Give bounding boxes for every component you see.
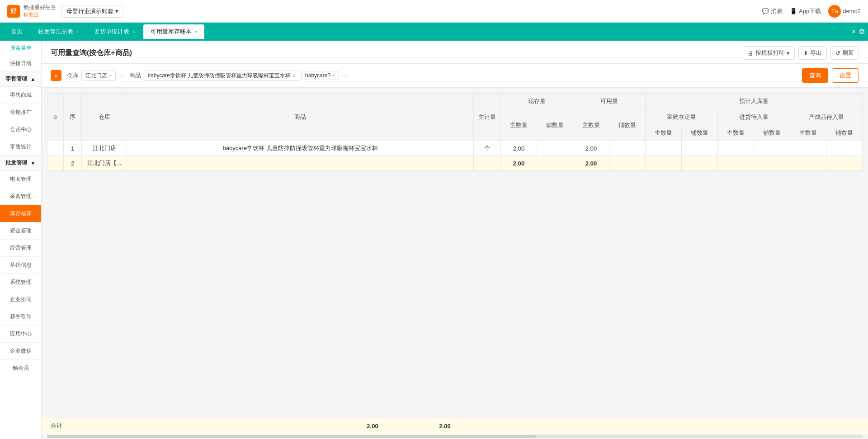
quick-nav-label: 快捷导航 bbox=[10, 60, 32, 66]
nav-tabs: 首页 收发存汇总表 × 要货单统计表 × 可用量库存账本 × × ⧉ bbox=[0, 23, 868, 41]
tab-receive-summary[interactable]: 收发存汇总表 × bbox=[31, 24, 86, 39]
setting-btn[interactable]: 设置 bbox=[832, 68, 859, 83]
td-import-aux bbox=[754, 141, 790, 156]
td-avail-aux bbox=[609, 156, 646, 171]
product-tag2-close-icon[interactable]: × bbox=[332, 73, 335, 78]
warehouse-tag-text: 江北门店 bbox=[85, 72, 107, 80]
main-layout: 搜索菜单 快捷导航 零售管理 ▲ 零售商城 营销推广 会员中心 零售统计 批发管… bbox=[0, 41, 868, 439]
sidebar-item-label: 营销推广 bbox=[10, 109, 32, 116]
sidebar-item-wholesale[interactable]: 批发管理 ▼ bbox=[0, 156, 41, 171]
filter-expand-btn[interactable]: » bbox=[51, 70, 61, 81]
sidebar-item-enterprise[interactable]: 企业协同 bbox=[0, 291, 41, 308]
sidebar-quick-nav[interactable]: 快捷导航 bbox=[0, 56, 41, 71]
tab-home[interactable]: 首页 bbox=[4, 24, 30, 39]
sidebar-item-inventory[interactable]: 库存核算 bbox=[0, 205, 41, 222]
sidebar-item-ecommerce[interactable]: 电商管理 bbox=[0, 171, 41, 188]
sidebar-item-finance[interactable]: 资金管理 bbox=[0, 222, 41, 240]
warehouse-more-icon[interactable]: ··· bbox=[118, 72, 124, 79]
sidebar-item-label: 畅会员 bbox=[13, 364, 29, 372]
th-warehouse: 仓库 bbox=[82, 94, 127, 141]
tab-available-close-icon[interactable]: × bbox=[194, 29, 197, 34]
expand-icon: » bbox=[55, 72, 58, 79]
sidebar-item-purchase[interactable]: 采购管理 bbox=[0, 188, 41, 205]
export-btn[interactable]: ⬆ 导出 bbox=[798, 46, 827, 60]
tab-available-inventory[interactable]: 可用量库存账本 × bbox=[143, 24, 204, 39]
table-row: 1 江北门店 babycare学饮杯 儿童防摔防撞吸管杯重力球吸嘴杯宝宝水杯 个… bbox=[47, 141, 863, 156]
tab-available-label: 可用量库存账本 bbox=[151, 28, 192, 36]
sidebar-item-label: 系统管理 bbox=[10, 279, 32, 286]
page-actions: 🖨 按模板打印 ▾ ⬆ 导出 ↺ 刷新 bbox=[743, 46, 859, 60]
td-product-main bbox=[790, 156, 826, 171]
sidebar-item-label: 新手引导 bbox=[10, 313, 32, 321]
app-download-btn[interactable]: 📱 App下载 bbox=[790, 7, 821, 15]
chevron-down-icon: ▾ bbox=[787, 50, 790, 57]
avatar-text: Ea bbox=[831, 8, 838, 14]
sidebar-item-marketing[interactable]: 营销推广 bbox=[0, 104, 41, 121]
sidebar-item-member[interactable]: 畅会员 bbox=[0, 360, 41, 377]
td-product: babycare学饮杯 儿童防摔防撞吸管杯重力球吸嘴杯宝宝水杯 bbox=[127, 141, 474, 156]
top-bar: 好 畅捷通好生意 标准版 母婴行业演示账套 ▾ 💬 消息 📱 App下载 Ea … bbox=[0, 0, 868, 23]
sidebar-item-label: 零售统计 bbox=[10, 143, 32, 151]
sidebar-item-retail-mall[interactable]: 零售商城 bbox=[0, 87, 41, 104]
sidebar-item-member-center[interactable]: 会员中心 bbox=[0, 121, 41, 138]
sidebar-item-label: 零售管理 bbox=[5, 75, 27, 83]
window-close-icon[interactable]: × bbox=[852, 28, 856, 36]
product-tag-text2: babycare? bbox=[305, 72, 330, 79]
td-product-aux bbox=[826, 156, 863, 171]
sidebar-item-operations[interactable]: 经营管理 bbox=[0, 240, 41, 257]
td-settings bbox=[47, 156, 64, 171]
sidebar-item-newbie[interactable]: 新手引导 bbox=[0, 308, 41, 326]
logo-icon: 好 bbox=[7, 5, 20, 18]
product-tag-close-icon[interactable]: × bbox=[292, 73, 295, 78]
sidebar-item-enterprise-wechat[interactable]: 企业微信 bbox=[0, 343, 41, 360]
product-tag-babycare: babycare学饮杯 儿童防摔防撞吸管杯重力球吸嘴杯宝宝水杯 × bbox=[144, 71, 300, 81]
th-planned-inbound: 预计入库量 bbox=[646, 94, 863, 109]
product-tag-babycare2: babycare? × bbox=[301, 71, 339, 80]
company-selector[interactable]: 母婴行业演示账套 ▾ bbox=[61, 5, 123, 18]
sidebar-item-label: 批发管理 bbox=[5, 159, 27, 167]
user-area[interactable]: Ea demo2 bbox=[828, 5, 861, 18]
td-warehouse: 江北门店【... bbox=[82, 156, 127, 171]
td-purchase-aux bbox=[682, 156, 718, 171]
td-stock-main: 2.00 bbox=[501, 156, 537, 171]
refresh-icon: ↺ bbox=[835, 50, 840, 57]
sidebar-item-app-center[interactable]: 应用中心 bbox=[0, 326, 41, 343]
warehouse-filter-group: 仓库 江北门店 × ··· bbox=[67, 71, 124, 81]
sidebar-item-system[interactable]: 系统管理 bbox=[0, 274, 41, 291]
sidebar-item-label: 零售商城 bbox=[10, 91, 32, 99]
window-restore-icon[interactable]: ⧉ bbox=[859, 28, 864, 36]
sidebar-item-retail-management[interactable]: 零售管理 ▲ bbox=[0, 71, 41, 87]
td-purchase-aux bbox=[682, 141, 718, 156]
template-print-btn[interactable]: 🖨 按模板打印 ▾ bbox=[743, 46, 795, 60]
query-btn[interactable]: 查询 bbox=[802, 68, 828, 83]
td-avail-aux bbox=[609, 141, 646, 156]
table-row: 2 江北门店【... 2.00 2.00 bbox=[47, 156, 863, 171]
template-print-label: 按模板打印 bbox=[755, 49, 785, 57]
sidebar-item-label: 基础信息 bbox=[10, 261, 32, 269]
td-settings bbox=[47, 141, 64, 156]
td-product-main bbox=[790, 141, 826, 156]
warehouse-tag-close-icon[interactable]: × bbox=[109, 73, 112, 78]
sidebar-item-retail-stats[interactable]: 零售统计 bbox=[0, 138, 41, 156]
nav-window-controls: × ⧉ bbox=[852, 28, 864, 36]
td-avail-main: 2.00 bbox=[573, 141, 609, 156]
sidebar-item-basic-info[interactable]: 基础信息 bbox=[0, 257, 41, 274]
th-settings[interactable]: ⚙ bbox=[47, 94, 64, 141]
sidebar: 搜索菜单 快捷导航 零售管理 ▲ 零售商城 营销推广 会员中心 零售统计 批发管… bbox=[0, 41, 42, 439]
tab-order-close-icon[interactable]: × bbox=[132, 29, 135, 34]
refresh-btn[interactable]: ↺ 刷新 bbox=[830, 46, 859, 60]
company-name: 母婴行业演示账套 bbox=[66, 7, 113, 15]
tab-receive-close-icon[interactable]: × bbox=[76, 29, 79, 34]
scroll-bar-track[interactable] bbox=[47, 435, 863, 438]
tab-order-stats[interactable]: 要货单统计表 × bbox=[87, 24, 142, 39]
search-label: 搜索菜单 bbox=[10, 45, 32, 51]
scroll-bar-thumb[interactable] bbox=[47, 435, 536, 438]
th-unit: 主计量 bbox=[474, 94, 501, 141]
message-btn[interactable]: 💬 消息 bbox=[762, 7, 783, 15]
th-import-main: 主数量 bbox=[718, 125, 754, 141]
product-more-icon[interactable]: ··· bbox=[342, 72, 347, 79]
sidebar-search[interactable]: 搜索菜单 bbox=[0, 41, 41, 56]
product-filter-tags: babycare学饮杯 儿童防摔防撞吸管杯重力球吸嘴杯宝宝水杯 × babyca… bbox=[144, 71, 339, 81]
logo-sub: 标准版 bbox=[24, 11, 56, 18]
th-num: 序 bbox=[64, 94, 82, 141]
